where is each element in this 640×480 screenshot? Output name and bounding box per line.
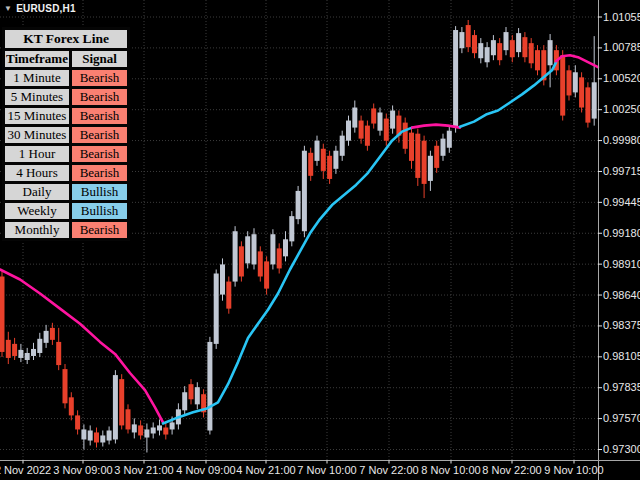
bull-candle — [31, 349, 36, 356]
y-axis-label: 1.00250 — [603, 103, 640, 115]
bear-candle — [119, 379, 124, 425]
bull-candle — [340, 136, 345, 156]
bull-candle — [195, 387, 200, 404]
bull-candle — [302, 151, 307, 232]
timeframe-cell: 30 Minutes — [5, 127, 69, 143]
timeframe-cell: 15 Minutes — [5, 108, 69, 124]
bull-candle — [88, 430, 93, 440]
bull-candle — [504, 32, 509, 50]
bear-candle — [522, 37, 527, 57]
bear-candle — [585, 87, 590, 122]
bull-candle — [478, 43, 483, 58]
bull-candle — [207, 342, 212, 431]
bull-candle — [333, 151, 338, 169]
y-axis-label: 0.99445 — [603, 196, 640, 208]
bull-candle — [151, 428, 156, 434]
bear-candle — [422, 141, 427, 184]
x-axis-label: 7 Nov 10:00 — [297, 464, 356, 476]
panel-title-row: KT Forex Line — [5, 30, 127, 48]
y-axis-label: 0.98105 — [603, 350, 640, 362]
x-axis-label: 8 Nov 10:00 — [421, 464, 480, 476]
symbol-timeframe-label: EURUSD,H1 — [16, 3, 76, 14]
y-axis-label: 0.98910 — [603, 258, 640, 270]
bear-candle — [258, 251, 263, 276]
panel-row: 1 MinuteBearish — [5, 70, 127, 86]
timeframe-column-header: Timeframe — [5, 51, 69, 67]
bull-candle — [25, 353, 30, 360]
bear-candle — [189, 384, 194, 399]
bull-candle — [573, 72, 578, 92]
bear-candle — [163, 428, 168, 435]
bear-candle — [510, 40, 515, 57]
bull-candle — [453, 30, 458, 128]
signal-column-header: Signal — [72, 51, 127, 67]
timeframe-cell: Daily — [5, 184, 69, 200]
bear-candle — [560, 55, 565, 115]
y-axis-label: 0.98640 — [603, 289, 640, 301]
bear-candle — [409, 133, 414, 161]
y-axis-label: 1.01055 — [603, 11, 640, 23]
y-axis-label: 0.97835 — [603, 381, 640, 393]
chart-dropdown-icon[interactable]: ▼ — [4, 5, 12, 13]
bull-candle — [390, 111, 395, 129]
bear-candle — [579, 77, 584, 107]
bull-candle — [157, 425, 162, 430]
bull-candle — [144, 429, 149, 437]
signal-cell: Bearish — [72, 127, 127, 143]
panel-row: 30 MinutesBearish — [5, 127, 127, 143]
bull-candle — [170, 422, 175, 429]
signal-cell: Bearish — [72, 108, 127, 124]
mt4-chart-window: 1.010551.007851.005201.002500.999800.997… — [0, 0, 640, 480]
bull-candle — [18, 350, 23, 358]
y-axis-label: 1.00785 — [603, 41, 640, 53]
bull-candle — [289, 216, 294, 241]
bear-candle — [308, 153, 313, 176]
panel-row: 4 HoursBearish — [5, 165, 127, 181]
bull-candle — [44, 331, 49, 343]
bear-candle — [138, 425, 143, 435]
x-axis-label: 2 Nov 2022 — [0, 464, 51, 476]
panel-row: DailyBullish — [5, 184, 127, 200]
bear-candle — [277, 248, 282, 268]
bull-candle — [283, 239, 288, 256]
x-axis-label: 4 Nov 21:00 — [236, 464, 295, 476]
bear-candle — [529, 43, 534, 63]
timeframe-cell: 1 Hour — [5, 146, 69, 162]
bear-candle — [384, 119, 389, 141]
bull-candle — [245, 236, 250, 263]
x-axis-label: 4 Nov 09:00 — [176, 464, 235, 476]
bear-candle — [371, 108, 376, 123]
bear-candle — [126, 409, 131, 429]
bull-candle — [113, 375, 118, 439]
bear-candle — [472, 35, 477, 53]
bear-candle — [6, 340, 11, 358]
panel-row: MonthlyBearish — [5, 222, 127, 238]
bull-candle — [252, 234, 257, 264]
bear-candle — [56, 342, 61, 365]
bull-candle — [81, 429, 86, 439]
timeframe-cell: 4 Hours — [5, 165, 69, 181]
bear-candle — [264, 261, 269, 288]
bear-candle — [321, 149, 326, 171]
panel-header-row: Timeframe Signal — [5, 51, 127, 67]
timeframe-cell: Weekly — [5, 203, 69, 219]
chart-title-bar: ▼ EURUSD,H1 — [4, 3, 76, 14]
signal-cell: Bearish — [72, 165, 127, 181]
x-axis-label: 9 Nov 10:00 — [544, 464, 603, 476]
bear-candle — [359, 121, 364, 139]
bear-candle — [403, 123, 408, 149]
bear-candle — [0, 277, 5, 352]
panel-row: 1 HourBearish — [5, 146, 127, 162]
bear-candle — [63, 369, 68, 403]
timeframe-cell: 1 Minute — [5, 70, 69, 86]
bull-candle — [428, 156, 433, 181]
bull-candle — [485, 47, 490, 62]
bear-candle — [69, 397, 74, 415]
bear-candle — [94, 432, 99, 442]
bear-candle — [415, 134, 420, 178]
signal-cell: Bearish — [72, 89, 127, 105]
signal-cell: Bearish — [72, 146, 127, 162]
y-axis-label: 0.99980 — [603, 134, 640, 146]
bear-candle — [466, 25, 471, 47]
x-axis-label: 3 Nov 21:00 — [114, 464, 173, 476]
